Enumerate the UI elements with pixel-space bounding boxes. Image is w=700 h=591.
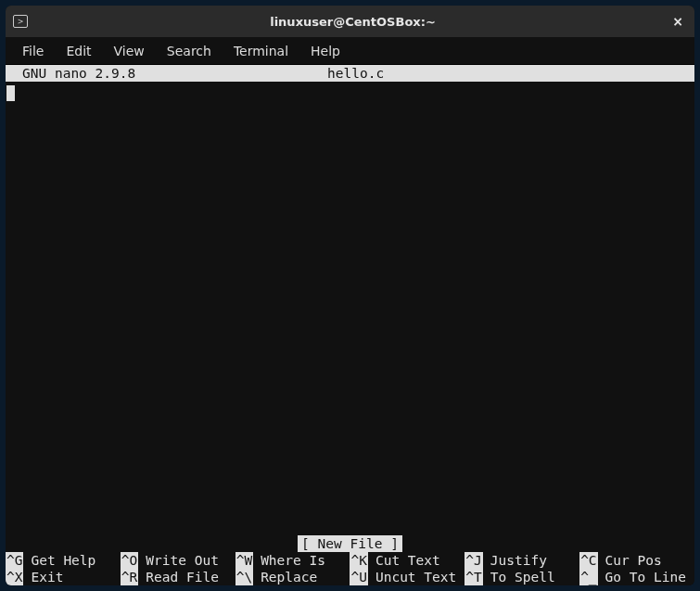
shortcut-cut-text: ^K Cut Text	[350, 552, 465, 569]
window-title: linuxuser@CentOSBox:~	[37, 15, 668, 29]
shortcut-where-is: ^W Where Is	[235, 552, 350, 569]
titlebar: linuxuser@CentOSBox:~ ×	[6, 6, 694, 37]
menu-file[interactable]: File	[13, 40, 53, 62]
menu-help[interactable]: Help	[301, 40, 350, 62]
shortcut-to-spell: ^T To Spell	[465, 569, 579, 585]
menu-search[interactable]: Search	[158, 40, 221, 62]
shortcut-go-to-line: ^_ Go To Line	[579, 569, 694, 585]
shortcut-row-2: ^X Exit ^R Read File ^\ Replace ^U Uncut…	[6, 569, 694, 585]
terminal-area[interactable]: GNU nano 2.9.8 hello.c [ New File ] ^G G…	[6, 65, 694, 585]
terminal-icon	[13, 15, 28, 28]
shortcut-cur-pos: ^C Cur Pos	[579, 552, 694, 569]
nano-app-name: GNU nano 2.9.8	[13, 65, 135, 82]
nano-status: [ New File ]	[6, 535, 694, 552]
shortcut-uncut-text: ^U Uncut Text	[350, 569, 465, 585]
close-icon[interactable]: ×	[668, 14, 687, 29]
nano-editor[interactable]	[6, 82, 694, 535]
shortcut-row-1: ^G Get Help ^O Write Out ^W Where Is ^K …	[6, 552, 694, 569]
shortcut-write-out: ^O Write Out	[121, 552, 235, 569]
menu-view[interactable]: View	[105, 40, 154, 62]
menu-terminal[interactable]: Terminal	[224, 40, 298, 62]
text-cursor	[6, 85, 15, 101]
shortcut-justify: ^J Justify	[465, 552, 579, 569]
shortcut-get-help: ^G Get Help	[6, 552, 121, 569]
menu-edit[interactable]: Edit	[57, 40, 100, 62]
nano-status-badge: [ New File ]	[298, 535, 402, 552]
shortcut-replace: ^\ Replace	[235, 569, 350, 585]
shortcut-exit: ^X Exit	[6, 569, 121, 585]
nano-filename: hello.c	[135, 65, 576, 82]
terminal-window: linuxuser@CentOSBox:~ × File Edit View S…	[6, 6, 694, 585]
nano-shortcuts: ^G Get Help ^O Write Out ^W Where Is ^K …	[6, 552, 694, 585]
menubar: File Edit View Search Terminal Help	[6, 37, 694, 65]
shortcut-read-file: ^R Read File	[121, 569, 235, 585]
nano-header: GNU nano 2.9.8 hello.c	[6, 65, 694, 82]
